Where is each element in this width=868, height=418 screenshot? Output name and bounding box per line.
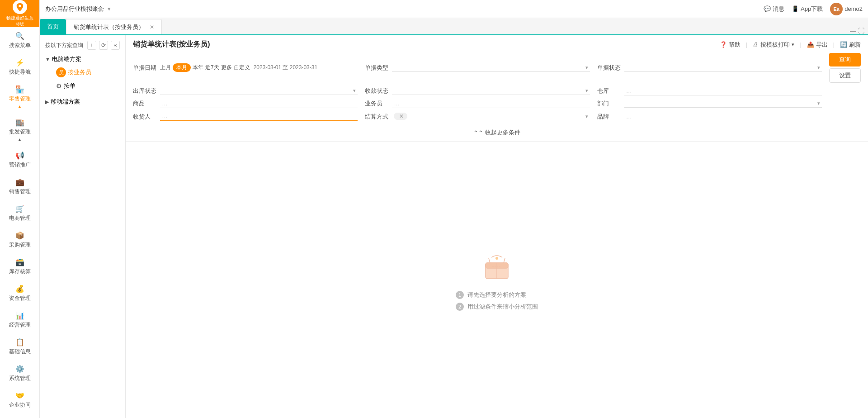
- collapse-label: 收起更多条件: [485, 128, 520, 137]
- svg-point-6: [495, 257, 498, 260]
- sidebar-item-enterprise[interactable]: 🤝 企业协同: [0, 387, 39, 413]
- sidebar-item-shortcuts[interactable]: ⚡ 快捷导航: [0, 54, 39, 81]
- sidebar-item-newbie[interactable]: 🎯 新手引导: [0, 413, 39, 418]
- warehouse-control[interactable]: …: [624, 86, 822, 95]
- doctype-label: 单据类型: [365, 64, 392, 72]
- sidebar-item-system[interactable]: ⚙️ 系统管理: [0, 360, 39, 387]
- warehouse-filter-cell: 仓库 …: [597, 86, 822, 95]
- help-icon: ❓: [720, 41, 727, 48]
- date-tab-more[interactable]: 更多: [221, 64, 232, 71]
- scheme-by-salesman[interactable]: 员 按业务员: [43, 65, 122, 80]
- sidebar-item-basic-label: 基础信息: [9, 348, 31, 356]
- refresh-scheme-btn[interactable]: ⟳: [99, 41, 108, 50]
- settle-control[interactable]: ✕ ▾: [392, 112, 590, 121]
- sidebar-item-marketing[interactable]: 📢 营销推广: [0, 147, 39, 173]
- sidebar-item-basic[interactable]: 📋 基础信息: [0, 333, 39, 360]
- desktop-expand-icon: ▼: [45, 57, 50, 62]
- tabs-bar: 首页 销货单统计表（按业务员） ✕ — ⛶: [40, 18, 868, 35]
- app-logo: 畅捷通好生意标版: [0, 0, 40, 27]
- user-avatar-area[interactable]: Ea demo2: [830, 3, 863, 15]
- avatar: Ea: [830, 3, 843, 15]
- date-tab-thismonth[interactable]: 本月: [173, 63, 191, 72]
- outstatus-filter-cell: 出库状态 ▾: [133, 87, 358, 95]
- sidebar-item-finance[interactable]: 💰 资金管理: [0, 280, 39, 307]
- scheme-by-order[interactable]: ⚙ 按单: [43, 80, 122, 92]
- help-btn[interactable]: ❓ 帮助: [720, 41, 741, 49]
- date-filter-cell: 单据日期 上月 本月 本年 近7天 更多 自定义 2023-03-01 至 20…: [133, 62, 358, 73]
- mobile-expand-icon: ▶: [45, 99, 49, 105]
- brand-label: 品牌: [597, 113, 624, 121]
- outstatus-label: 出库状态: [133, 87, 160, 95]
- tab-window-minimize-icon[interactable]: —: [850, 27, 856, 34]
- date-control[interactable]: 上月 本月 本年 近7天 更多 自定义 2023-03-01 至 2023-03…: [160, 62, 358, 73]
- sidebar-item-purchase[interactable]: 📦 采购管理: [0, 227, 39, 253]
- collapse-conditions-btn[interactable]: ⌃⌃ 收起更多条件: [133, 126, 861, 139]
- settle-tag-close-icon[interactable]: ✕: [399, 113, 404, 119]
- tab-sales-stat[interactable]: 销货单统计表（按业务员） ✕: [66, 19, 162, 34]
- content-area: 按以下方案查询 + ⟳ « ▼ 电脑端方案: [40, 35, 868, 418]
- settings-button[interactable]: 设置: [829, 68, 861, 83]
- topbar-right: 💬 消息 📱 App下载 Ea demo2: [764, 3, 863, 15]
- tab-home-label: 首页: [47, 23, 59, 31]
- scheme-by-salesman-icon: 员: [56, 67, 66, 77]
- doctype-control[interactable]: ▾: [392, 64, 590, 72]
- paymentstatus-label: 收款状态: [365, 87, 392, 95]
- outstatus-control[interactable]: ▾: [160, 87, 358, 95]
- sidebar-item-operations[interactable]: 📊 经营管理: [0, 307, 39, 333]
- docstatus-arrow: ▾: [817, 65, 820, 71]
- message-btn[interactable]: 💬 消息: [764, 5, 784, 13]
- add-scheme-btn[interactable]: +: [87, 41, 96, 50]
- enterprise-icon: 🤝: [15, 391, 24, 400]
- date-range-text: 2023-03-01 至 2023-03-31: [254, 64, 317, 71]
- docstatus-control[interactable]: ▾: [624, 64, 822, 72]
- goods-control[interactable]: …: [160, 99, 358, 108]
- left-panel-title: 按以下方案查询: [45, 42, 83, 49]
- salesman-control[interactable]: …: [392, 99, 590, 108]
- date-tab-custom[interactable]: 自定义: [234, 64, 250, 71]
- dept-control[interactable]: ▾: [624, 100, 822, 108]
- sidebar-item-enterprise-label: 企业协同: [9, 401, 31, 409]
- settle-label: 结算方式: [365, 113, 392, 121]
- date-tab-thisyear[interactable]: 本年: [193, 64, 203, 71]
- doctype-filter-cell: 单据类型 ▾: [365, 64, 590, 72]
- tab-window-maximize-icon[interactable]: ⛶: [858, 27, 864, 34]
- sidebar-item-inventory[interactable]: 🗃️ 库存核算: [0, 253, 39, 280]
- brand-control[interactable]: …: [624, 112, 822, 121]
- basic-icon: 📋: [15, 338, 24, 347]
- topbar-left: 办公用品行业模拟账套 ▾: [45, 5, 111, 13]
- date-tab-lastmonth[interactable]: 上月: [160, 64, 171, 71]
- date-tab-7days[interactable]: 近7天: [205, 64, 219, 71]
- tab-close-icon[interactable]: ✕: [150, 24, 154, 30]
- empty-icon: [479, 249, 515, 285]
- add-icon: +: [90, 42, 93, 48]
- template-print-label: 按模板打印: [760, 41, 790, 49]
- collapse-panel-btn[interactable]: «: [111, 41, 120, 50]
- sidebar-item-wholesale[interactable]: 🏬 批发管理 ▲: [0, 114, 39, 147]
- topbar-arrow-icon: ▾: [108, 5, 111, 12]
- desktop-scheme-header[interactable]: ▼ 电脑端方案: [43, 53, 122, 65]
- query-button[interactable]: 查询: [829, 53, 861, 66]
- sidebar-item-retail-label: 零售管理: [9, 95, 31, 103]
- purchase-icon: 📦: [15, 231, 24, 240]
- sidebar-item-sales[interactable]: 💼 销售管理: [0, 173, 39, 200]
- filter-row-4: 收货人 … 结算方式 ✕ ▾: [133, 112, 861, 121]
- tab-home[interactable]: 首页: [40, 19, 66, 34]
- app-download-btn[interactable]: 📱 App下载: [792, 5, 823, 13]
- mobile-scheme-header[interactable]: ▶ 移动端方案: [43, 96, 122, 108]
- refresh-btn[interactable]: 🔄 刷新: [840, 41, 861, 49]
- template-print-btn[interactable]: 🖨 按模板打印 ▾: [753, 41, 794, 49]
- sidebar-item-retail[interactable]: 🏪 零售管理 ▲: [0, 81, 39, 114]
- paymentstatus-filter-cell: 收款状态 ▾: [365, 87, 590, 95]
- message-icon: 💬: [764, 5, 771, 12]
- warehouse-label: 仓库: [597, 87, 624, 95]
- paymentstatus-control[interactable]: ▾: [392, 87, 590, 95]
- sidebar-item-search-menu[interactable]: 🔍 搜索菜单: [0, 27, 39, 54]
- export-btn[interactable]: 📤 导出: [807, 41, 828, 49]
- sidebar-item-ecommerce-label: 电商管理: [9, 214, 31, 222]
- logo-icon: [13, 0, 27, 14]
- sidebar-item-ecommerce[interactable]: 🛒 电商管理: [0, 200, 39, 227]
- receiver-control[interactable]: …: [160, 112, 358, 121]
- dept-arrow: ▾: [817, 100, 820, 106]
- brand-dots: …: [626, 113, 820, 120]
- empty-state: 1 请先选择要分析的方案 2 用过滤条件来缩小分析范围: [126, 142, 868, 418]
